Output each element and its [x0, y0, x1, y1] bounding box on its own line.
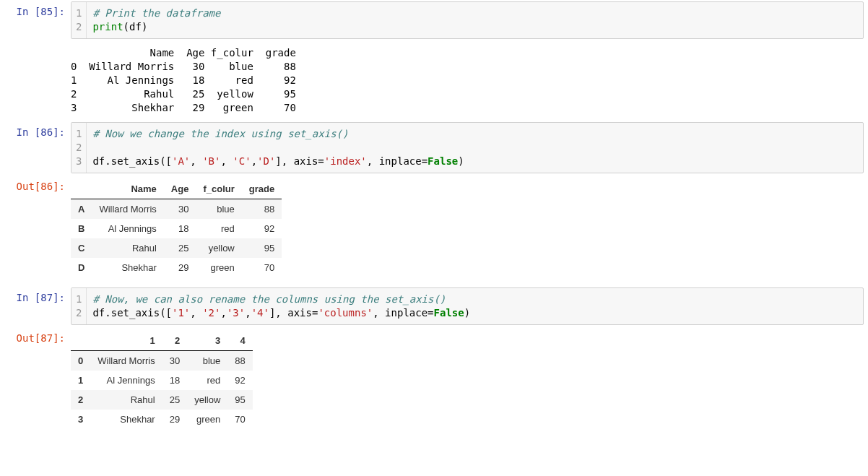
stdout-cell-85: X Name Age f_colur grade 0 Willard Morri…: [0, 40, 868, 121]
col-header: Age: [164, 179, 196, 199]
code-text-85[interactable]: # Print the dataframe print(df): [87, 2, 863, 38]
corner-blank: [71, 331, 90, 351]
code-input-86[interactable]: 1 2 3 # Now we change the index using se…: [71, 122, 864, 173]
output-cell-86: Out[86]: Name Age f_colur grade A Willar…: [0, 175, 868, 286]
gutter-85: 1 2: [71, 2, 87, 38]
row-index: 2: [71, 390, 90, 410]
row-index: 3: [71, 410, 90, 429]
in-prompt-85: In [85]:: [0, 1, 71, 17]
row-index: B: [71, 219, 92, 238]
gutter-87: 1 2: [71, 288, 87, 324]
col-header: grade: [242, 179, 282, 199]
code-input-87[interactable]: 1 2 # Now, we can also rename the column…: [71, 287, 864, 325]
in-prompt-86: In [86]:: [0, 122, 71, 138]
code-input-85[interactable]: 1 2 # Print the dataframe print(df): [71, 1, 864, 39]
table-row: 1 Al Jennings 18 red 92: [71, 371, 253, 390]
code-cell-85: In [85]: 1 2 # Print the dataframe print…: [0, 0, 868, 40]
row-index: D: [71, 258, 92, 277]
dataframe-table-87: 1 2 3 4 0 Willard Morris 30 blue 88 1 Al…: [71, 331, 253, 429]
table-row: 2 Rahul 25 yellow 95: [71, 390, 253, 410]
table-row: D Shekhar 29 green 70: [71, 258, 282, 277]
col-header: Name: [92, 179, 163, 199]
df-output-86: Name Age f_colur grade A Willard Morris …: [71, 176, 868, 285]
col-header: 4: [227, 331, 252, 351]
code-cell-86: In [86]: 1 2 3 # Now we change the index…: [0, 121, 868, 175]
dataframe-table-86: Name Age f_colur grade A Willard Morris …: [71, 179, 282, 277]
code-text-87[interactable]: # Now, we can also rename the columns us…: [87, 288, 863, 324]
code-text-86[interactable]: # Now we change the index using set_axis…: [87, 123, 863, 173]
out-prompt-86: Out[86]:: [0, 176, 71, 192]
gutter-86: 1 2 3: [71, 123, 87, 173]
table-row: C Rahul 25 yellow 95: [71, 238, 282, 258]
table-row: 0 Willard Morris 30 blue 88: [71, 351, 253, 371]
table-row: B Al Jennings 18 red 92: [71, 219, 282, 238]
col-header: 1: [90, 331, 162, 351]
corner-blank: [71, 179, 92, 199]
df-output-87: 1 2 3 4 0 Willard Morris 30 blue 88 1 Al…: [71, 328, 868, 436]
row-index: 1: [71, 371, 90, 390]
output-cell-87: Out[87]: 1 2 3 4 0 Willard Morris 30 blu…: [0, 326, 868, 438]
code-cell-87: In [87]: 1 2 # Now, we can also rename t…: [0, 286, 868, 326]
out-prompt-87: Out[87]:: [0, 328, 71, 344]
row-index: A: [71, 199, 92, 220]
table-row: A Willard Morris 30 blue 88: [71, 199, 282, 220]
table-row: 3 Shekhar 29 green 70: [71, 410, 253, 429]
col-header: 2: [162, 331, 187, 351]
col-header: f_colur: [196, 179, 241, 199]
col-header: 3: [187, 331, 227, 351]
stdout-85: Name Age f_colur grade 0 Willard Morris …: [71, 42, 868, 119]
in-prompt-87: In [87]:: [0, 287, 71, 303]
row-index: C: [71, 238, 92, 258]
row-index: 0: [71, 351, 90, 371]
